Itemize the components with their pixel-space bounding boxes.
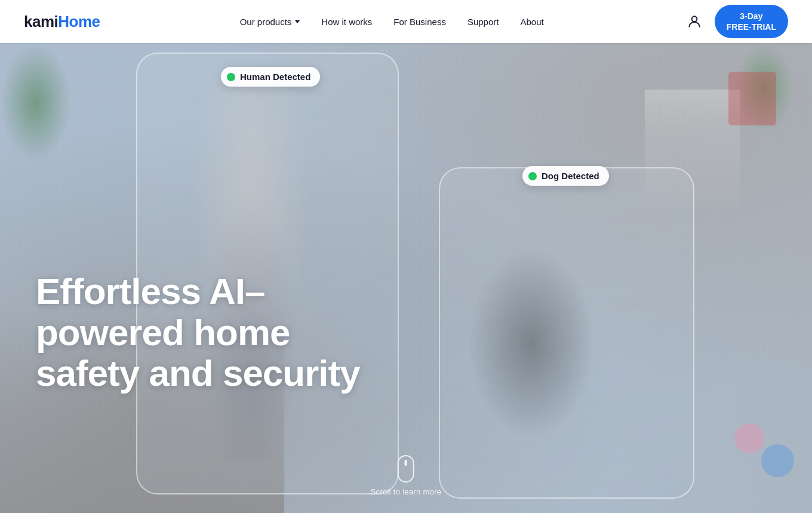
human-detection-badge: Human Detected	[221, 67, 320, 87]
detection-dot-human	[227, 73, 235, 81]
logo[interactable]: kamiHome	[24, 13, 100, 31]
user-icon	[687, 14, 702, 29]
nav-link-for-business[interactable]: For Business	[393, 17, 446, 27]
user-account-button[interactable]	[684, 11, 705, 32]
plant-left	[0, 43, 72, 162]
phone-frame-right	[439, 167, 694, 499]
chevron-down-icon	[295, 20, 300, 23]
human-detected-label: Human Detected	[240, 72, 310, 82]
svg-point-0	[691, 16, 697, 21]
nav-item-for-business[interactable]: For Business	[393, 17, 446, 27]
scroll-indicator[interactable]: Scroll to learn more	[371, 455, 442, 496]
nav-item-support[interactable]: Support	[467, 17, 499, 27]
logo-kami: kami	[24, 13, 58, 31]
nav-item-how-it-works[interactable]: How it works	[321, 17, 372, 27]
detection-dot-dog	[528, 172, 537, 180]
nav-item-about[interactable]: About	[520, 17, 543, 27]
navbar: kamiHome Our products How it works For B…	[0, 0, 812, 43]
scroll-mouse-icon	[398, 455, 414, 483]
scroll-wheel	[405, 460, 407, 466]
hero-headline: Effortless AI– powered home safety and s…	[36, 271, 394, 394]
free-trial-button[interactable]: 3-Day FREE-TRIAL	[715, 5, 788, 38]
hero-text: Effortless AI– powered home safety and s…	[36, 271, 394, 394]
nav-link-how-it-works[interactable]: How it works	[321, 17, 372, 27]
dog-detection-badge: Dog Detected	[522, 166, 609, 186]
balloon-pink	[734, 423, 764, 453]
nav-item-our-products[interactable]: Our products	[240, 17, 300, 27]
red-decoration	[728, 72, 776, 125]
scroll-label: Scroll to learn more	[371, 487, 442, 496]
nav-link-support[interactable]: Support	[467, 17, 499, 27]
nav-right: 3-Day FREE-TRIAL	[684, 5, 788, 38]
logo-home: Home	[58, 13, 100, 31]
nav-links: Our products How it works For Business S…	[240, 17, 544, 27]
balloon-blue	[761, 444, 794, 477]
hero-section: Human Detected Dog Detected Effortless A…	[0, 0, 812, 513]
dog-detected-label: Dog Detected	[542, 171, 599, 181]
nav-link-our-products[interactable]: Our products	[240, 17, 300, 27]
nav-link-about[interactable]: About	[520, 17, 543, 27]
